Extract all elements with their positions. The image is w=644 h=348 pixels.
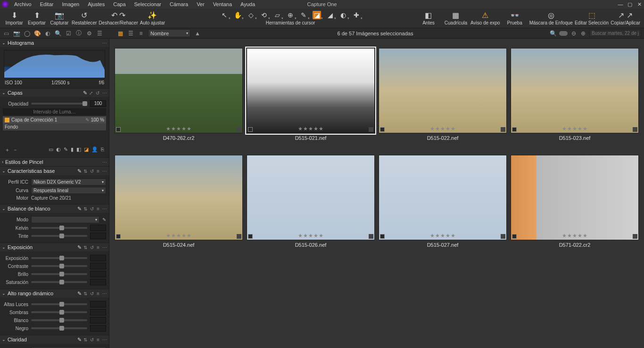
- collapse-icon[interactable]: ⌄: [2, 40, 6, 45]
- thumbnail[interactable]: ★★★★★D515-023.nef: [511, 48, 639, 141]
- value-box[interactable]: [90, 263, 106, 269]
- mask-rect-icon[interactable]: ▭: [49, 146, 53, 154]
- panel-menu-icon[interactable]: ⋯: [102, 206, 107, 211]
- color-tag[interactable]: [369, 234, 373, 239]
- reset-icon[interactable]: ↺: [90, 169, 94, 174]
- menu-ventana[interactable]: Ventana: [209, 0, 236, 8]
- toolbar-editar-selecci-n[interactable]: ⬚Editar Selección: [575, 11, 609, 25]
- exposure-slider[interactable]: [31, 273, 87, 275]
- hdr-slider[interactable]: [31, 319, 87, 321]
- thumbnail[interactable]: ★★★★★D515-022.nef: [379, 48, 507, 141]
- layer-row[interactable]: Fondo: [3, 123, 106, 130]
- preset-icon[interactable]: ≡: [97, 245, 99, 250]
- menu-ver[interactable]: Ver: [193, 0, 208, 8]
- exposure-slider[interactable]: [31, 265, 87, 267]
- rating-stars[interactable]: ★★★★★: [379, 233, 506, 239]
- menu-editar[interactable]: Editar: [36, 0, 58, 8]
- color-tag[interactable]: [237, 127, 241, 132]
- close-button[interactable]: ✕: [636, 1, 642, 8]
- menu-ajustes[interactable]: Ajustes: [84, 0, 108, 8]
- edit-icon[interactable]: ✎: [77, 291, 82, 297]
- reset-icon[interactable]: ↺: [96, 90, 99, 96]
- hdr-slider[interactable]: [31, 327, 87, 329]
- settings-tab-icon[interactable]: ⚙: [86, 30, 92, 37]
- exposure-tab-icon[interactable]: ◐: [44, 30, 51, 37]
- edit-icon[interactable]: ✎: [77, 168, 82, 174]
- keystone-tool-icon[interactable]: ▱▾: [273, 11, 281, 19]
- toolbar-cuadr-cula[interactable]: ▦Cuadrícula: [443, 11, 469, 25]
- filmstrip-view-icon[interactable]: ≡: [138, 30, 144, 37]
- toolbar-copiar-aplicar[interactable]: ↗ ↗Copiar/Aplicar: [611, 11, 640, 25]
- edit-icon[interactable]: ✎: [77, 244, 82, 251]
- expand-icon[interactable]: ⤢: [89, 90, 93, 96]
- hdr-slider[interactable]: [31, 303, 87, 305]
- pen-tool-icon[interactable]: ✎▾: [299, 11, 308, 19]
- collapse-icon[interactable]: ⌄: [2, 90, 6, 95]
- copy-icon[interactable]: ⇅: [83, 245, 87, 250]
- collapse-icon[interactable]: ⌄: [2, 245, 6, 250]
- library-tab-icon[interactable]: ▭: [3, 30, 9, 37]
- sort-select[interactable]: Nombre▾: [148, 29, 190, 37]
- wb-select[interactable]: ▾: [31, 216, 99, 223]
- toolbar-importar[interactable]: ⬇Importar: [4, 11, 25, 25]
- maximize-button[interactable]: ▢: [627, 1, 633, 8]
- toolbar-restablecer[interactable]: ↺Restablecer: [72, 11, 97, 25]
- rotate-tool-icon[interactable]: ⟲▾: [260, 11, 268, 19]
- color-tab-icon[interactable]: 🎨: [34, 30, 41, 37]
- copy-icon[interactable]: ⇅: [83, 169, 87, 174]
- lens-tab-icon[interactable]: ◯: [24, 30, 30, 37]
- rating-stars[interactable]: ★★★★★: [511, 233, 638, 239]
- collapse-icon[interactable]: ⌄: [2, 291, 6, 296]
- color-tag[interactable]: [633, 127, 637, 132]
- copy-icon[interactable]: ⇅: [83, 337, 87, 342]
- edit-icon[interactable]: ✎: [77, 206, 82, 212]
- brush-edit-icon[interactable]: ✎: [83, 90, 87, 96]
- copy-icon[interactable]: ⇅: [83, 291, 87, 296]
- toolbar-m-scara-de-enfoque[interactable]: ◎Máscara de Enfoque: [529, 11, 573, 25]
- grid-view-icon[interactable]: ▦: [117, 30, 124, 37]
- value-box[interactable]: [90, 225, 106, 231]
- toolbar-capturar[interactable]: 📷Capturar: [49, 11, 70, 25]
- zoom-in-icon[interactable]: ⊕: [580, 30, 586, 37]
- color-tag[interactable]: [501, 127, 505, 132]
- reset-icon[interactable]: ↺: [90, 206, 94, 211]
- preset-icon[interactable]: ≡: [97, 169, 99, 174]
- expand-icon[interactable]: ›: [2, 160, 3, 164]
- collapse-icon[interactable]: ⌄: [2, 337, 6, 342]
- info-tab-icon[interactable]: ⓘ: [75, 30, 82, 37]
- reset-icon[interactable]: ↺: [90, 337, 94, 342]
- value-box[interactable]: [90, 233, 106, 239]
- value-box[interactable]: [90, 309, 106, 316]
- spot-tool-icon[interactable]: ⊕▾: [286, 11, 295, 19]
- color-tag[interactable]: [501, 234, 505, 239]
- preset-icon[interactable]: ≡: [97, 337, 99, 342]
- reset-icon[interactable]: ↺: [90, 291, 94, 296]
- preset-icon[interactable]: ≡: [97, 291, 99, 296]
- panel-menu-icon[interactable]: ⋯: [102, 160, 107, 165]
- toolbar-deshacer-rehacer[interactable]: ↶ ↷Deshacer/Rehacer: [99, 11, 138, 25]
- luma-range-button[interactable]: Intervalo de Luma…: [3, 108, 106, 115]
- menu-seleccionar[interactable]: Seleccionar: [131, 0, 165, 8]
- rating-stars[interactable]: ★★★★★: [115, 126, 242, 132]
- wb-slider[interactable]: [31, 235, 87, 237]
- mask-erase-icon[interactable]: ◪: [84, 146, 89, 154]
- list-tab-icon[interactable]: ☰: [96, 30, 103, 37]
- opacity-value[interactable]: 100: [90, 100, 106, 107]
- mask-brush-icon[interactable]: ✎: [64, 146, 68, 154]
- value-box[interactable]: [90, 325, 106, 332]
- mask-invert-icon[interactable]: ◐: [56, 146, 61, 154]
- layer-row[interactable]: Capa de Corrección 1✎100 %: [3, 116, 106, 123]
- rating-stars[interactable]: ★★★★★: [115, 233, 242, 239]
- rating-stars[interactable]: ★★★★★: [247, 126, 374, 132]
- toolbar-antes[interactable]: ◧Antes: [416, 11, 441, 25]
- menu-ayuda[interactable]: Ayuda: [237, 0, 259, 8]
- value-box[interactable]: [90, 271, 106, 277]
- panel-menu-icon[interactable]: ⋯: [102, 337, 107, 342]
- panel-menu-icon[interactable]: ⋯: [102, 291, 107, 296]
- value-box[interactable]: [90, 279, 106, 285]
- capture-tab-icon[interactable]: 📷: [13, 30, 20, 37]
- color-tag[interactable]: [237, 234, 241, 239]
- panel-menu-icon[interactable]: ⋯: [102, 40, 107, 46]
- copy-icon[interactable]: ⇅: [83, 206, 87, 211]
- thumbnail[interactable]: ★★★★★D571-022.cr2: [511, 155, 639, 248]
